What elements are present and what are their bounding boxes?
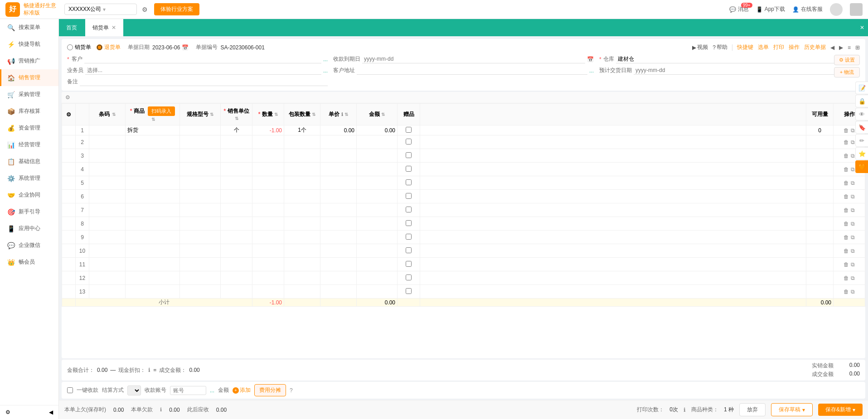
price-info-icon[interactable]: ℹ: [341, 112, 343, 117]
salesperson-input[interactable]: [85, 66, 321, 75]
product-sort[interactable]: ⇅: [151, 117, 155, 122]
r2-b[interactable]: [89, 135, 126, 149]
due-date-input[interactable]: [362, 55, 585, 63]
add-payment-btn[interactable]: + 添加: [233, 386, 251, 394]
print-info-icon[interactable]: ℹ: [684, 407, 686, 413]
action-history[interactable]: 历史单据: [804, 43, 826, 51]
logistics-button[interactable]: + 物流: [834, 67, 860, 77]
message-item[interactable]: 💬 消息 99+: [729, 5, 749, 13]
expense-help-icon[interactable]: ?: [290, 387, 293, 394]
table-settings-icon[interactable]: ⚙: [65, 94, 70, 101]
radio-sales-input[interactable]: [67, 44, 73, 50]
sidebar-item-quick-nav[interactable]: ⚡ 快捷导航: [0, 36, 58, 53]
account-dots-btn[interactable]: ...: [210, 387, 214, 394]
due-date-calendar-icon[interactable]: 📅: [587, 56, 594, 63]
nav-next-icon[interactable]: ▶: [839, 44, 843, 51]
r2-u[interactable]: [221, 135, 252, 149]
action-select[interactable]: 选单: [758, 43, 769, 51]
pkg-sort[interactable]: ⇅: [312, 112, 315, 117]
sidebar-item-marketing[interactable]: 📢 营销推广: [0, 53, 58, 69]
salesperson-dots-btn[interactable]: ...: [323, 67, 328, 74]
row-gift-1[interactable]: [398, 125, 420, 135]
delivery-date-input[interactable]: [634, 66, 851, 75]
cash-discount-info-icon[interactable]: ℹ: [148, 367, 150, 373]
remark-input[interactable]: [80, 77, 328, 86]
customer-dots-btn[interactable]: ...: [323, 56, 328, 63]
r2-q[interactable]: [252, 135, 284, 149]
settlement-select[interactable]: [127, 385, 141, 395]
unit-sort[interactable]: ⇅: [235, 116, 238, 121]
trial-button[interactable]: 体验行业方案: [154, 3, 199, 15]
settings-icon[interactable]: ⚙: [139, 4, 150, 15]
table-scroll-container[interactable]: ⚙ 条码 ⇅ * 商品 扫码录入: [62, 103, 865, 358]
sidebar-item-system[interactable]: ⚙️ 系统管理: [0, 170, 58, 187]
r2-a[interactable]: [357, 135, 398, 149]
action-help[interactable]: ? 帮助: [713, 43, 727, 51]
r2-pk[interactable]: [284, 135, 320, 149]
r2-g[interactable]: [398, 135, 420, 149]
abandon-button[interactable]: 放弃: [739, 403, 766, 416]
qty-sort[interactable]: ⇅: [274, 112, 278, 117]
sidebar-item-member[interactable]: 👑 畅会员: [0, 254, 58, 270]
order-owe-info-icon[interactable]: ℹ: [160, 407, 162, 413]
row-barcode-1[interactable]: [89, 125, 126, 135]
float-btn-1[interactable]: 📝: [855, 82, 868, 94]
one-click-checkbox[interactable]: [67, 387, 73, 393]
collapse-icon[interactable]: ◀: [49, 409, 53, 415]
sidebar-item-inventory[interactable]: 📦 库存核算: [0, 103, 58, 120]
del-2[interactable]: 🗑: [844, 139, 849, 145]
draft-button[interactable]: 保存草稿 ▾: [771, 403, 813, 416]
float-btn-4[interactable]: 🔖: [855, 121, 868, 134]
avatar[interactable]: [830, 3, 843, 16]
radio-sales-order[interactable]: 销货单: [67, 43, 91, 51]
customer-input[interactable]: [84, 55, 321, 63]
view-grid-icon[interactable]: ⊞: [855, 44, 860, 51]
r2-pr[interactable]: [320, 135, 357, 149]
float-btn-2[interactable]: 🔒: [855, 95, 868, 107]
r2-sp[interactable]: [180, 135, 221, 149]
settings-button[interactable]: ⚙ 设置: [834, 55, 860, 65]
address-dots-btn[interactable]: ...: [589, 67, 594, 74]
radio-return-input[interactable]: [97, 44, 102, 50]
save-new-button[interactable]: 保存&新增 ▾: [818, 404, 863, 416]
tab-close-icon[interactable]: ✕: [112, 24, 116, 31]
float-btn-7[interactable]: 🧡: [855, 160, 868, 173]
sidebar-item-operation[interactable]: 📊 经营管理: [0, 136, 58, 153]
row-spec-1[interactable]: [180, 125, 221, 135]
sidebar-item-guide[interactable]: 🎯 新手引导: [0, 203, 58, 220]
sidebar-item-sales[interactable]: 🏠 销售管理: [0, 69, 58, 86]
amount-sort[interactable]: ⇅: [381, 112, 385, 117]
date-calendar-icon[interactable]: 📅: [182, 44, 189, 51]
delete-icon-1[interactable]: 🗑: [844, 127, 849, 134]
sidebar-item-wechat[interactable]: 💬 企业微信: [0, 237, 58, 254]
sidebar-item-enterprise[interactable]: 🤝 企业协同: [0, 187, 58, 203]
scan-button[interactable]: 扫码录入: [148, 106, 175, 116]
sidebar-item-purchase[interactable]: 🛒 采购管理: [0, 86, 58, 103]
copy-icon-1[interactable]: ⧉: [851, 127, 855, 134]
gift-cb-2[interactable]: [406, 139, 412, 144]
action-video[interactable]: ▶ 视频: [692, 43, 708, 51]
expense-split-btn[interactable]: 费用分摊: [254, 384, 286, 396]
tab-home[interactable]: 首页: [59, 19, 84, 36]
sidebar-item-basic[interactable]: 📋 基础信息: [0, 153, 58, 170]
account-input[interactable]: [170, 386, 206, 395]
user-menu[interactable]: [850, 3, 863, 16]
view-list-icon[interactable]: ≡: [848, 44, 851, 51]
action-print[interactable]: 打印: [773, 43, 784, 51]
sidebar-item-search[interactable]: 🔍 搜索菜单: [0, 19, 58, 36]
close-window-icon[interactable]: ✕: [860, 24, 864, 31]
float-btn-3[interactable]: 👁: [855, 108, 868, 120]
sidebar-item-apps[interactable]: 📱 应用中心: [0, 220, 58, 237]
nav-prev-icon[interactable]: ◀: [830, 44, 834, 51]
r2-p[interactable]: [126, 135, 180, 149]
barcode-sort[interactable]: ⇅: [112, 112, 116, 117]
copy-2[interactable]: ⧉: [851, 139, 855, 145]
warehouse-input[interactable]: [616, 55, 853, 63]
settings-bottom-icon[interactable]: ⚙: [5, 409, 10, 415]
action-shortcut[interactable]: 快捷键: [737, 43, 753, 51]
price-sort[interactable]: ⇅: [344, 112, 348, 117]
company-selector[interactable]: XXXXXX公司 ▾: [64, 4, 137, 15]
action-operate[interactable]: 操作: [789, 43, 800, 51]
float-btn-5[interactable]: ✏: [855, 134, 868, 147]
sidebar-item-finance[interactable]: 💰 资金管理: [0, 120, 58, 136]
